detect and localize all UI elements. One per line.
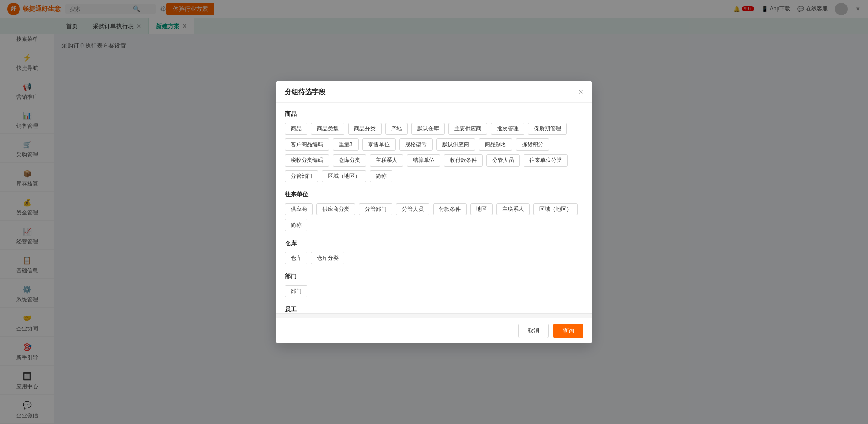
field-tag-3-0[interactable]: 部门 bbox=[285, 285, 307, 297]
modal-title: 分组待选字段 bbox=[285, 88, 326, 96]
field-tags-1: 供应商供应商分类分管部门分管人员付款条件地区主联系人区域（地区）简称 bbox=[285, 203, 583, 231]
field-tag-0-22[interactable]: 分管部门 bbox=[285, 170, 318, 182]
field-tag-0-16[interactable]: 仓库分类 bbox=[333, 154, 366, 167]
field-tag-1-4[interactable]: 付款条件 bbox=[433, 203, 467, 215]
field-tag-0-10[interactable]: 零售单位 bbox=[362, 138, 396, 151]
field-tag-0-18[interactable]: 结算单位 bbox=[407, 154, 440, 167]
field-group-title-3: 部门 bbox=[285, 272, 583, 281]
field-group-title-0: 商品 bbox=[285, 110, 583, 118]
cancel-button[interactable]: 取消 bbox=[518, 324, 549, 338]
field-tag-0-20[interactable]: 分管人员 bbox=[486, 154, 520, 167]
field-tag-1-6[interactable]: 主联系人 bbox=[496, 203, 530, 215]
field-tag-1-8[interactable]: 简称 bbox=[285, 219, 307, 231]
field-tag-0-0[interactable]: 商品 bbox=[285, 123, 307, 135]
field-tag-0-11[interactable]: 规格型号 bbox=[399, 138, 433, 151]
field-group-title-2: 仓库 bbox=[285, 239, 583, 248]
modal-overlay: 分组待选字段 × 商品商品商品类型商品分类产地默认仓库主要供应商批次管理保质期管… bbox=[0, 0, 868, 424]
field-tag-1-7[interactable]: 区域（地区） bbox=[533, 203, 578, 215]
field-tag-0-13[interactable]: 商品别名 bbox=[479, 138, 512, 151]
field-tag-0-5[interactable]: 主要供应商 bbox=[448, 123, 487, 135]
modal-close-button[interactable]: × bbox=[578, 87, 583, 97]
field-group-title-1: 往来单位 bbox=[285, 191, 583, 199]
modal-footer: 取消 查询 bbox=[276, 318, 592, 343]
field-tag-0-4[interactable]: 默认仓库 bbox=[411, 123, 445, 135]
field-tag-0-23[interactable]: 区域（地区） bbox=[322, 170, 366, 182]
field-tag-0-3[interactable]: 产地 bbox=[385, 123, 408, 135]
field-tag-2-1[interactable]: 仓库分类 bbox=[311, 252, 344, 264]
field-tag-1-1[interactable]: 供应商分类 bbox=[316, 203, 355, 215]
modal-body: 商品商品商品类型商品分类产地默认仓库主要供应商批次管理保质期管理客户商品编码重量… bbox=[276, 103, 592, 313]
field-group-4: 员工业务员 bbox=[285, 305, 583, 313]
field-group-1: 往来单位供应商供应商分类分管部门分管人员付款条件地区主联系人区域（地区）简称 bbox=[285, 191, 583, 231]
field-tags-3: 部门 bbox=[285, 285, 583, 297]
field-tag-1-5[interactable]: 地区 bbox=[470, 203, 493, 215]
field-tag-1-0[interactable]: 供应商 bbox=[285, 203, 313, 215]
field-tag-1-2[interactable]: 分管部门 bbox=[359, 203, 392, 215]
field-group-title-4: 员工 bbox=[285, 305, 583, 313]
field-tag-0-17[interactable]: 主联系人 bbox=[370, 154, 403, 167]
field-tags-2: 仓库仓库分类 bbox=[285, 252, 583, 264]
field-tag-0-6[interactable]: 批次管理 bbox=[491, 123, 524, 135]
field-tag-0-21[interactable]: 往来单位分类 bbox=[524, 154, 568, 167]
field-tag-0-7[interactable]: 保质期管理 bbox=[528, 123, 567, 135]
confirm-button[interactable]: 查询 bbox=[553, 324, 583, 338]
field-tag-0-8[interactable]: 客户商品编码 bbox=[285, 138, 329, 151]
modal-header: 分组待选字段 × bbox=[276, 81, 592, 103]
field-tag-0-24[interactable]: 简称 bbox=[370, 170, 392, 182]
field-tags-0: 商品商品类型商品分类产地默认仓库主要供应商批次管理保质期管理客户商品编码重量3零… bbox=[285, 123, 583, 182]
field-selection-modal: 分组待选字段 × 商品商品商品类型商品分类产地默认仓库主要供应商批次管理保质期管… bbox=[276, 81, 592, 343]
field-tag-0-19[interactable]: 收付款条件 bbox=[444, 154, 483, 167]
field-tag-0-9[interactable]: 重量3 bbox=[333, 138, 359, 151]
field-tag-0-15[interactable]: 税收分类编码 bbox=[285, 154, 329, 167]
horizontal-scrollbar[interactable] bbox=[276, 313, 592, 318]
field-group-0: 商品商品商品类型商品分类产地默认仓库主要供应商批次管理保质期管理客户商品编码重量… bbox=[285, 110, 583, 182]
field-group-3: 部门部门 bbox=[285, 272, 583, 297]
field-tag-0-12[interactable]: 默认供应商 bbox=[436, 138, 475, 151]
field-tag-0-14[interactable]: 拣货积分 bbox=[516, 138, 549, 151]
field-tag-0-2[interactable]: 商品分类 bbox=[348, 123, 382, 135]
field-group-2: 仓库仓库仓库分类 bbox=[285, 239, 583, 264]
field-tag-1-3[interactable]: 分管人员 bbox=[396, 203, 429, 215]
field-tag-2-0[interactable]: 仓库 bbox=[285, 252, 307, 264]
field-tag-0-1[interactable]: 商品类型 bbox=[311, 123, 344, 135]
